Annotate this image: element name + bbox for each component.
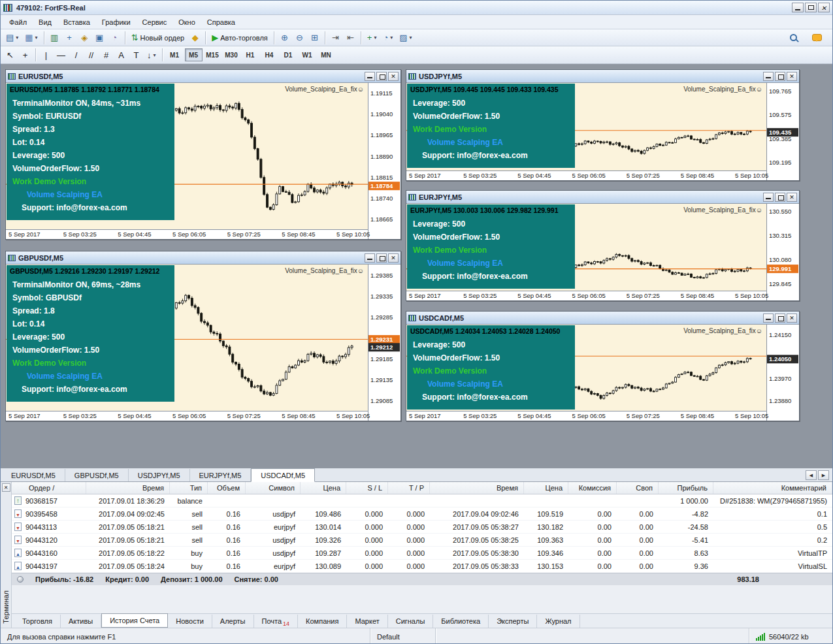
chart-canvas[interactable]: 1.293851.293351.292851.292351.291851.291… (6, 265, 400, 421)
new-order-button[interactable]: ⇅Новый ордер (128, 31, 188, 45)
history-column-header[interactable]: Время (86, 482, 170, 494)
search-button[interactable] (786, 31, 801, 45)
timeframe-H4[interactable]: H4 (261, 48, 278, 61)
fibonacci-button[interactable]: # (99, 48, 114, 62)
market-watch-button[interactable]: ▥ (47, 31, 62, 45)
tab-scroll-left-button[interactable]: ◀ (806, 470, 817, 480)
close-button[interactable] (818, 3, 830, 12)
chart-tab-0[interactable]: EURUSDf,M5 (2, 469, 65, 481)
chart-canvas[interactable]: 130.550130.315130.080129.845129.9915 Sep… (406, 204, 799, 300)
history-column-header[interactable]: Комиссия (568, 482, 617, 494)
chart-close-button[interactable] (388, 253, 399, 263)
community-button[interactable] (809, 31, 825, 45)
chart-minimize-button[interactable] (763, 193, 774, 202)
auto-scroll-button[interactable]: ⇥ (328, 31, 343, 45)
chart-shift-button[interactable]: ⇤ (343, 31, 358, 45)
chart-minimize-button[interactable] (365, 253, 375, 263)
crosshair-button[interactable]: + (18, 48, 33, 62)
terminal-tab-0[interactable]: Торговля (14, 615, 61, 628)
autotrading-button[interactable]: ▶Авто-торговля (208, 31, 271, 45)
terminal-tab-5[interactable]: Почта14 (254, 615, 299, 628)
history-column-header[interactable]: S / L (346, 482, 388, 494)
zoom-in-button[interactable]: ⊕ (277, 31, 292, 45)
terminal-tab-1[interactable]: Активы (61, 615, 101, 628)
chart-titlebar[interactable]: USDJPYf,M5 (406, 70, 799, 83)
indicators-button[interactable]: +▾ (364, 31, 380, 45)
history-row[interactable]: 904431972017.09.05 05:18:24buy0.16eurjpy… (12, 560, 832, 573)
timeframe-MN[interactable]: MN (318, 48, 335, 61)
chart-close-button[interactable] (787, 72, 797, 81)
chart-minimize-button[interactable] (763, 72, 774, 81)
timeframe-M5[interactable]: M5 (185, 48, 203, 61)
history-column-header[interactable]: Прибыль (659, 482, 713, 494)
chart-canvas[interactable]: 109.765109.575109.385109.195109.4355 Sep… (406, 83, 799, 180)
vertical-line-button[interactable]: | (39, 48, 54, 62)
history-column-header[interactable]: Тип (170, 482, 208, 494)
menu-item-4[interactable]: Сервис (137, 16, 173, 28)
terminal-close-button[interactable] (2, 483, 10, 492)
periods-button[interactable]: ◔▾ (380, 31, 396, 45)
terminal-tab-7[interactable]: Маркет (347, 615, 387, 628)
history-column-header[interactable]: Символ (246, 482, 301, 494)
menu-item-1[interactable]: Вид (33, 16, 57, 28)
chart-canvas[interactable]: 1.241501.239701.238801.240505 Sep 20175 … (406, 325, 799, 421)
timeframe-D1[interactable]: D1 (280, 48, 297, 61)
terminal-tab-6[interactable]: Компания (298, 615, 347, 628)
timeframe-H1[interactable]: H1 (242, 48, 259, 61)
text-label-button[interactable]: T (129, 48, 144, 62)
chart-titlebar[interactable]: USDCADf,M5 (406, 312, 799, 325)
templates-button[interactable]: ▨▾ (396, 31, 415, 45)
history-row[interactable]: 903681572017.09.01 18:36:29balance1 000.… (12, 494, 832, 507)
menu-item-6[interactable]: Справка (201, 16, 241, 28)
strategy-tester-button[interactable]: ◔ (107, 31, 122, 45)
terminal-tab-8[interactable]: Сигналы (388, 615, 434, 628)
history-column-header[interactable]: Цена (524, 482, 568, 494)
terminal-tab-11[interactable]: Журнал (537, 615, 580, 628)
timeframe-W1[interactable]: W1 (299, 48, 316, 61)
equidistant-channel-button[interactable]: // (84, 48, 99, 62)
chart-tab-3[interactable]: EURJPYf,M5 (190, 469, 252, 481)
data-window-button[interactable]: + (62, 31, 77, 45)
metaeditor-button[interactable]: ◆ (188, 31, 203, 45)
menu-item-5[interactable]: Окно (172, 16, 201, 28)
chart-restore-button[interactable] (775, 314, 785, 323)
cursor-button[interactable]: ↖ (3, 48, 18, 62)
zoom-out-button[interactable]: ⊖ (292, 31, 307, 45)
statusbar-profile[interactable]: Default (370, 628, 435, 644)
maximize-button[interactable] (805, 3, 817, 12)
chart-restore-button[interactable] (775, 72, 785, 81)
history-row[interactable]: 904431202017.09.05 05:18:21sell0.16usdjp… (12, 534, 832, 547)
terminal-tab-3[interactable]: Новости (168, 615, 212, 628)
chart-restore-button[interactable] (376, 253, 387, 263)
text-button[interactable]: A (114, 48, 129, 62)
chart-titlebar[interactable]: EURUSDf,M5 (6, 70, 400, 83)
chart-minimize-button[interactable] (365, 72, 375, 81)
chart-restore-button[interactable] (775, 193, 785, 202)
history-column-header[interactable]: Комментарий (713, 482, 832, 494)
history-column-header[interactable]: Объем (208, 482, 246, 494)
history-column-header[interactable]: Цена (301, 482, 346, 494)
chart-close-button[interactable] (388, 72, 399, 81)
history-row[interactable]: 904431602017.09.05 05:18:22buy0.16usdjpy… (12, 547, 832, 560)
new-chart-button[interactable]: ▤▾ (3, 31, 22, 45)
menu-item-3[interactable]: Графики (96, 16, 137, 28)
timeframe-M15[interactable]: M15 (204, 48, 221, 61)
minimize-button[interactable] (792, 3, 804, 12)
arrows-button[interactable]: ↓▾ (144, 48, 159, 62)
terminal-panel-button[interactable]: ▣ (92, 31, 107, 45)
history-row[interactable]: 904431132017.09.05 05:18:21sell0.16eurjp… (12, 521, 832, 534)
chart-titlebar[interactable]: EURJPYf,M5 (406, 191, 799, 204)
history-column-header[interactable]: Время (430, 482, 524, 494)
chart-close-button[interactable] (787, 193, 797, 202)
terminal-tab-9[interactable]: Библиотека (433, 615, 489, 628)
menu-item-2[interactable]: Вставка (57, 16, 96, 28)
chart-close-button[interactable] (787, 314, 797, 323)
trendline-button[interactable]: / (69, 48, 84, 62)
horizontal-line-button[interactable]: — (54, 48, 69, 62)
history-column-header[interactable]: Своп (617, 482, 659, 494)
chart-titlebar[interactable]: GBPUSDf,M5 (6, 251, 400, 265)
navigator-button[interactable]: ◈ (77, 31, 92, 45)
history-column-header[interactable]: Ордер / (12, 482, 86, 494)
terminal-tab-10[interactable]: Эксперты (489, 615, 537, 628)
chart-canvas[interactable]: 1.191151.190401.189651.188901.188151.187… (6, 83, 400, 239)
